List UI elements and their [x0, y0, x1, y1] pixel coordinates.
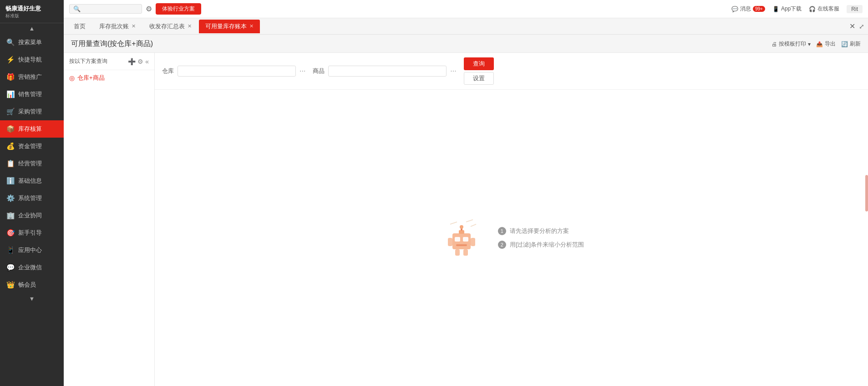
sidebar-item-search[interactable]: 🔍搜索菜单 [0, 34, 64, 51]
sidebar-item-finance[interactable]: 💰资金管理 [0, 138, 64, 155]
tab-summary[interactable]: 收发存汇总表✕ [143, 20, 198, 33]
sidebar-label-purchase: 采购管理 [18, 108, 42, 116]
tabs-bar: 首页库存批次账✕收发存汇总表✕可用量库存账本✕ ✕ ⤢ [64, 18, 868, 35]
sidebar-label-inventory: 库存核算 [18, 125, 42, 133]
sidebar-item-operation[interactable]: 📋经营管理 [0, 155, 64, 172]
sidebar-icon-operation: 📋 [6, 160, 15, 168]
page-actions: 🖨 按模板打印 ▾ 📤 导出 🔄 刷新 [772, 40, 861, 48]
tab-close-summary[interactable]: ✕ [188, 23, 192, 29]
warehouse-more-icon[interactable]: ··· [299, 67, 305, 75]
settings-icon[interactable]: ⚙ [146, 5, 152, 13]
trial-button[interactable]: 体验行业方案 [156, 3, 201, 15]
sidebar-label-basic: 基础信息 [18, 177, 42, 185]
filter-item-warehouse-goods[interactable]: ◎仓库+商品 [64, 70, 154, 86]
query-button[interactable]: 查询 [464, 57, 494, 70]
sidebar-icon-inventory: 📦 [6, 125, 15, 133]
sidebar-label-wechat: 企业微信 [18, 263, 42, 272]
topbar-search-box[interactable]: 🔍 [69, 4, 142, 14]
logo-title: 畅康通好生意 [5, 5, 58, 13]
print-button[interactable]: 🖨 按模板打印 ▾ [772, 40, 811, 48]
filter-header-actions: ➕ ⚙ « [128, 58, 149, 65]
setting-button[interactable]: 设置 [464, 72, 494, 85]
tab-close-available[interactable]: ✕ [249, 23, 254, 29]
sidebar-item-newbie[interactable]: 🎯新手引导 [0, 224, 64, 242]
svg-rect-10 [463, 249, 468, 256]
add-scheme-icon[interactable]: ➕ [128, 58, 136, 65]
sidebar: 畅康通好生意 标准版 ▲ 🔍搜索菜单⚡快捷导航🎁营销推广📊销售管理🛒采购管理📦库… [0, 0, 64, 386]
tip-num-2: 2 [498, 241, 506, 249]
tab-label-batch: 库存批次账 [99, 22, 129, 31]
topbar-search-input[interactable] [82, 6, 137, 12]
sidebar-scroll-down[interactable]: ▼ [0, 293, 64, 304]
content-area: 按以下方案查询 ➕ ⚙ « ◎仓库+商品 仓库 ··· 商品 [64, 53, 868, 386]
message-badge: 99+ [753, 6, 765, 12]
sidebar-label-sales: 销售管理 [18, 90, 42, 98]
sidebar-icon-appstore: 📱 [6, 246, 15, 254]
print-dropdown-icon: ▾ [808, 41, 811, 47]
svg-rect-9 [455, 249, 460, 256]
empty-illustration [439, 215, 484, 261]
sidebar-item-purchase[interactable]: 🛒采购管理 [0, 103, 64, 120]
search-icon: 🔍 [73, 5, 81, 12]
logo-sub: 标准版 [5, 13, 58, 19]
goods-more-icon[interactable]: ··· [450, 67, 456, 75]
sidebar-item-basic[interactable]: ℹ️基础信息 [0, 172, 64, 190]
message-label: 消息 [740, 5, 751, 13]
sidebar-item-member[interactable]: 👑畅会员 [0, 276, 64, 293]
filter-header-label: 按以下方案查询 [69, 57, 107, 65]
sidebar-label-marketing: 营销推广 [18, 73, 42, 81]
user-avatar[interactable]: Rit [847, 5, 863, 13]
svg-rect-7 [448, 238, 452, 246]
warehouse-input[interactable] [178, 66, 296, 77]
goods-input[interactable] [328, 66, 447, 77]
topbar-right: 💬 消息 99+ 📱 App下载 🎧 在线客服 Rit [731, 5, 863, 13]
scroll-indicator[interactable] [865, 175, 868, 211]
export-label: 导出 [825, 40, 836, 48]
collapse-icon[interactable]: « [145, 58, 149, 65]
sidebar-item-system[interactable]: ⚙️系统管理 [0, 190, 64, 207]
sidebar-label-appstore: 应用中心 [18, 246, 42, 254]
sidebar-icon-finance: 💰 [6, 142, 15, 150]
sidebar-logo: 畅康通好生意 标准版 [0, 0, 64, 23]
svg-rect-8 [471, 238, 475, 246]
app-download-button[interactable]: 📱 App下载 [772, 5, 802, 13]
message-button[interactable]: 💬 消息 99+ [731, 5, 765, 13]
query-buttons: 查询 设置 [464, 57, 494, 85]
close-tab-button[interactable]: ✕ [849, 22, 855, 31]
svg-line-13 [471, 224, 476, 226]
page-header: 可用量查询(按仓库+商品) 🖨 按模板打印 ▾ 📤 导出 🔄 刷新 [64, 35, 868, 53]
sidebar-item-enterprise[interactable]: 🏢企业协同 [0, 207, 64, 224]
empty-state: 1 请先选择要分析的方案 2 用[过滤]条件来缩小分析范围 [155, 90, 868, 386]
tab-batch[interactable]: 库存批次账✕ [93, 20, 142, 33]
main-content: 🔍 ⚙ 体验行业方案 💬 消息 99+ 📱 App下载 🎧 在线客服 Rit [64, 0, 868, 386]
print-label: 按模板打印 [779, 40, 806, 48]
refresh-icon: 🔄 [841, 41, 848, 47]
refresh-label: 刷新 [850, 40, 861, 48]
sidebar-scroll-up[interactable]: ▲ [0, 23, 64, 34]
sidebar-item-appstore[interactable]: 📱应用中心 [0, 242, 64, 259]
scheme-settings-icon[interactable]: ⚙ [137, 58, 143, 65]
page-title: 可用量查询(按仓库+商品) [71, 39, 153, 49]
sidebar-item-marketing[interactable]: 🎁营销推广 [0, 68, 64, 86]
sidebar-item-wechat[interactable]: 💬企业微信 [0, 259, 64, 276]
sidebar-label-finance: 资金管理 [18, 142, 42, 150]
tab-available[interactable]: 可用量库存账本✕ [199, 20, 260, 33]
sidebar-item-shortcut[interactable]: ⚡快捷导航 [0, 51, 64, 68]
tab-close-batch[interactable]: ✕ [132, 23, 136, 29]
sidebar-item-sales[interactable]: 📊销售管理 [0, 86, 64, 103]
refresh-button[interactable]: 🔄 刷新 [841, 40, 861, 48]
sidebar-item-inventory[interactable]: 📦库存核算 [0, 120, 64, 138]
tab-home[interactable]: 首页 [67, 20, 92, 33]
online-service-button[interactable]: 🎧 在线客服 [809, 5, 839, 13]
tip-text-2: 用[过滤]条件来缩小分析范围 [510, 241, 584, 249]
export-button[interactable]: 📤 导出 [816, 40, 836, 48]
sidebar-label-search: 搜索菜单 [18, 38, 42, 46]
sidebar-icon-purchase: 🛒 [6, 108, 15, 116]
sidebar-icon-basic: ℹ️ [6, 177, 15, 185]
sidebar-label-newbie: 新手引导 [18, 229, 42, 237]
sidebar-icon-wechat: 💬 [6, 263, 15, 272]
expand-button[interactable]: ⤢ [859, 23, 864, 30]
sidebar-label-system: 系统管理 [18, 194, 42, 202]
filter-header: 按以下方案查询 ➕ ⚙ « [64, 53, 154, 70]
tip-num-1: 1 [498, 227, 506, 235]
